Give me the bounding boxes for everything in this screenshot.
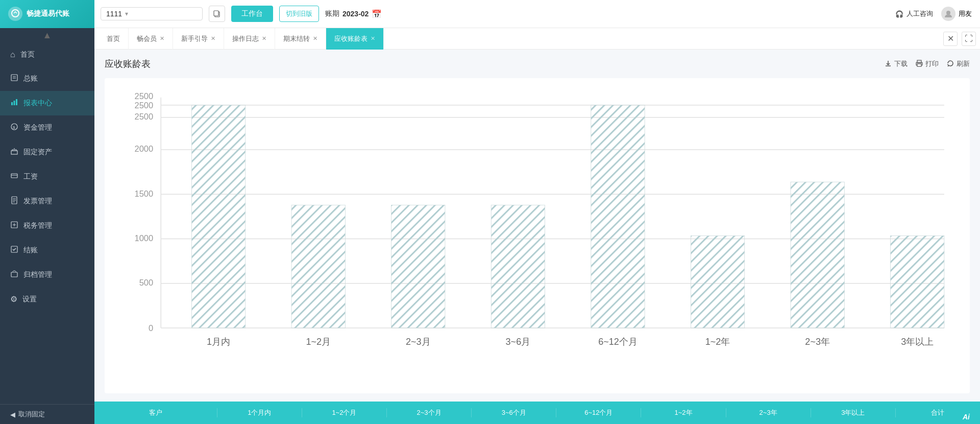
- chart-wrapper: 0 500 1000 1500 2000 2500 2500 2500: [115, 88, 960, 383]
- tab-oplog[interactable]: 操作日志 ✕: [224, 28, 275, 50]
- tab-guide-close[interactable]: ✕: [211, 35, 215, 42]
- company-name: 1111: [106, 10, 122, 18]
- user-area[interactable]: 用友: [941, 7, 972, 21]
- sidebar-item-assets[interactable]: 固定资产: [0, 140, 94, 164]
- maximize-tab-button[interactable]: ⛶: [962, 32, 976, 46]
- svg-text:1月内: 1月内: [207, 337, 230, 347]
- period-label: 账期: [325, 9, 339, 18]
- svg-rect-6: [11, 102, 13, 105]
- tab-member-close[interactable]: ✕: [160, 35, 164, 42]
- svg-rect-26: [917, 64, 921, 66]
- tax-icon: [10, 221, 18, 231]
- sidebar-item-settings[interactable]: ⚙ 设置: [0, 287, 94, 311]
- tab-home[interactable]: 首页: [99, 28, 129, 50]
- print-button[interactable]: 打印: [916, 59, 939, 68]
- logo-text: 畅捷通易代账: [27, 9, 69, 18]
- tab-period-end-label: 期末结转: [283, 34, 310, 43]
- svg-rect-50: [891, 236, 944, 328]
- sidebar-item-funds[interactable]: $ 资金管理: [0, 115, 94, 140]
- tab-aging-label: 应收账龄表: [334, 34, 368, 43]
- sidebar-label-invoice: 发票管理: [23, 197, 52, 206]
- avatar: [941, 7, 955, 21]
- period-area: 账期 2023-02 📅: [325, 9, 382, 19]
- download-button[interactable]: 下载: [885, 59, 908, 68]
- reports-icon: [10, 98, 18, 108]
- svg-rect-47: [591, 105, 645, 328]
- page-content: 应收账龄表 下载 打印: [94, 50, 980, 402]
- col-3-6month: 3~6个月: [472, 408, 556, 417]
- col-2-3month: 2~3个月: [387, 408, 472, 417]
- col-1-2month: 1~2个月: [302, 408, 387, 417]
- sidebar-label-archive: 归档管理: [23, 270, 52, 279]
- sidebar-label-home: 首页: [20, 50, 35, 59]
- svg-text:6~12个月: 6~12个月: [598, 337, 638, 347]
- sidebar-item-reports[interactable]: 报表中心: [0, 91, 94, 115]
- tab-guide-label: 新手引导: [181, 34, 208, 43]
- download-icon: [885, 60, 892, 68]
- home-icon: ⌂: [10, 50, 15, 59]
- tab-member-label: 畅会员: [137, 34, 157, 43]
- sidebar-label-reports: 报表中心: [23, 99, 52, 108]
- svg-rect-22: [11, 272, 17, 277]
- download-label: 下载: [894, 59, 908, 68]
- svg-rect-48: [691, 236, 744, 328]
- svg-rect-43: [191, 105, 245, 328]
- period-value: 2023-02: [342, 10, 369, 18]
- svg-text:2000: 2000: [134, 145, 153, 154]
- sidebar-item-ledger[interactable]: 总账: [0, 66, 94, 91]
- svg-text:2500: 2500: [134, 112, 153, 122]
- sidebar-label-funds: 资金管理: [23, 123, 52, 132]
- svg-text:1000: 1000: [134, 233, 153, 243]
- svg-text:$: $: [13, 125, 15, 130]
- ai-badge[interactable]: Ai: [952, 410, 980, 424]
- sidebar-item-invoice[interactable]: 发票管理: [0, 189, 94, 214]
- print-icon: [916, 60, 923, 68]
- svg-point-2: [946, 11, 950, 15]
- salary-icon: [10, 172, 18, 182]
- workbench-button[interactable]: 工作台: [231, 6, 273, 22]
- cancel-fixed-label: 取消固定: [18, 410, 45, 419]
- svg-rect-3: [11, 75, 17, 81]
- sidebar-item-tax[interactable]: 税务管理: [0, 214, 94, 238]
- sidebar: ▲ ⌂ 首页 总账 报表中心 $ 资金管理 固定资产: [0, 28, 94, 424]
- tab-aging[interactable]: 应收账龄表 ✕: [326, 28, 384, 50]
- col-3plus-year: 3年以上: [811, 408, 896, 417]
- sidebar-item-home[interactable]: ⌂ 首页: [0, 43, 94, 66]
- sidebar-label-salary: 工资: [23, 172, 38, 181]
- bar-chart: 0 500 1000 1500 2000 2500 2500 2500: [115, 88, 960, 383]
- logo-area: 畅捷通易代账: [0, 0, 94, 28]
- svg-rect-7: [14, 101, 15, 105]
- header-right: 🎧 人工咨询 用友: [895, 7, 972, 21]
- svg-rect-49: [791, 182, 844, 328]
- tab-aging-close[interactable]: ✕: [371, 35, 375, 42]
- company-selector[interactable]: 1111 ▾: [101, 7, 203, 20]
- tab-period-end-close[interactable]: ✕: [313, 35, 317, 42]
- close-tab-button[interactable]: ✕: [943, 32, 958, 46]
- sidebar-item-archive[interactable]: 归档管理: [0, 263, 94, 287]
- col-1month: 1个月内: [217, 408, 302, 417]
- cancel-fixed-button[interactable]: ◀ 取消固定: [0, 404, 94, 424]
- sidebar-item-checkout[interactable]: 结账: [0, 238, 94, 263]
- svg-text:2~3年: 2~3年: [805, 337, 830, 347]
- switch-version-button[interactable]: 切到旧版: [279, 6, 319, 22]
- page-header: 应收账龄表 下载 打印: [105, 58, 970, 70]
- sidebar-item-salary[interactable]: 工资: [0, 164, 94, 189]
- col-customer: 客户: [94, 408, 217, 417]
- tab-member[interactable]: 畅会员 ✕: [129, 28, 173, 50]
- svg-rect-46: [491, 205, 545, 328]
- print-label: 打印: [925, 59, 939, 68]
- refresh-button[interactable]: 刷新: [947, 59, 970, 68]
- consult-label: 人工咨询: [906, 9, 933, 18]
- sidebar-label-tax: 税务管理: [23, 221, 52, 230]
- copy-button[interactable]: [209, 6, 225, 22]
- assets-icon: [10, 147, 18, 157]
- page-title: 应收账龄表: [105, 58, 151, 70]
- svg-rect-1: [214, 11, 218, 16]
- calendar-icon[interactable]: 📅: [372, 9, 382, 19]
- consult-button[interactable]: 🎧 人工咨询: [895, 9, 933, 18]
- col-6-12month: 6~12个月: [556, 408, 641, 417]
- funds-icon: $: [10, 123, 18, 133]
- tab-oplog-close[interactable]: ✕: [262, 35, 266, 42]
- tab-guide[interactable]: 新手引导 ✕: [173, 28, 224, 50]
- tab-period-end[interactable]: 期末结转 ✕: [275, 28, 326, 50]
